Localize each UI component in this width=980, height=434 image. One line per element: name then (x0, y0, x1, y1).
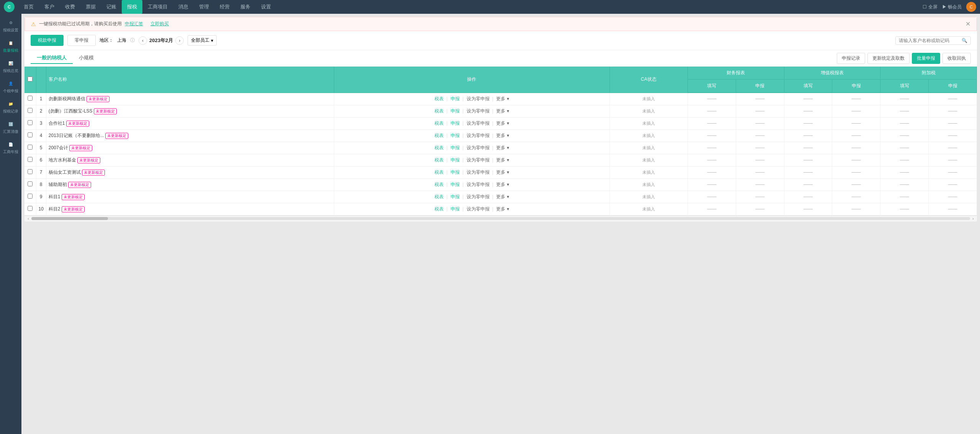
op-more[interactable]: 更多 ▾ (495, 108, 510, 114)
op-declare[interactable]: 申报 (450, 96, 461, 101)
op-set-zero[interactable]: 设为零申报 (466, 194, 490, 199)
banner-link-report[interactable]: 申报汇签 (125, 21, 143, 27)
search-icon[interactable]: 🔍 (962, 38, 967, 43)
op-set-zero[interactable]: 设为零申报 (466, 133, 490, 138)
op-declare[interactable]: 申报 (450, 194, 461, 199)
op-tax-table[interactable]: 税表 (434, 170, 444, 175)
op-tax-table[interactable]: 税表 (434, 108, 444, 114)
op-tax-table[interactable]: 税表 (434, 96, 444, 101)
op-declare[interactable]: 申报 (450, 206, 461, 212)
date-prev-btn[interactable]: ‹ (139, 36, 147, 45)
date-next-btn[interactable]: › (175, 36, 184, 45)
op-set-zero[interactable]: 设为零申报 (466, 157, 490, 163)
row-checkbox-5[interactable] (28, 145, 33, 150)
nav-home[interactable]: 首页 (18, 0, 39, 14)
nav-biz[interactable]: 工商项目 (142, 0, 173, 14)
tab-general-taxpayer[interactable]: 一般的纳税人 (31, 52, 73, 64)
info-icon: ⓘ (130, 37, 135, 44)
sidebar-item-tax-settings[interactable]: ⚙ 报税设置 (0, 15, 21, 36)
op-set-zero[interactable]: 设为零申报 (466, 145, 490, 150)
nav-service[interactable]: 服务 (235, 0, 256, 14)
op-declare[interactable]: 申报 (450, 182, 461, 187)
op-more[interactable]: 更多 ▾ (495, 206, 510, 212)
row-checkbox-10[interactable] (28, 206, 33, 211)
banner: ⚠ 一键报税功能已过试用期，请购买后使用 申报汇签 立即购买 ✕ (24, 17, 977, 31)
op-more[interactable]: 更多 ▾ (495, 96, 510, 101)
row-vat-submit: —— (832, 93, 880, 105)
sidebar-item-tax-records[interactable]: 📁 报税记录 (0, 96, 21, 117)
client-name-text: 合作社1 (49, 121, 65, 126)
op-tax-table[interactable]: 税表 (434, 194, 444, 199)
select-all-checkbox[interactable] (28, 77, 33, 82)
scroll-left-btn[interactable]: ‹ (25, 215, 31, 222)
nav-tax[interactable]: 报税 (122, 0, 142, 14)
row-checkbox-7[interactable] (28, 169, 33, 174)
banner-link-buy[interactable]: 立即购买 (150, 21, 169, 27)
op-more[interactable]: 更多 ▾ (495, 170, 510, 175)
btn-retrieve-receipt[interactable]: 收取回执 (942, 53, 971, 64)
op-declare[interactable]: 申报 (450, 133, 461, 138)
op-more[interactable]: 更多 ▾ (495, 157, 510, 163)
user-avatar[interactable]: C (966, 2, 976, 12)
search-input[interactable] (899, 38, 960, 43)
op-more[interactable]: 更多 ▾ (495, 182, 510, 187)
tab-zero-declare[interactable]: 零申报 (67, 35, 96, 46)
btn-batch-declare[interactable]: 批量申报 (912, 53, 940, 64)
tab-tax-declare[interactable]: 税款申报 (31, 35, 64, 46)
nav-manage[interactable]: 管理 (194, 0, 214, 14)
op-set-zero[interactable]: 设为零申报 (466, 170, 490, 175)
btn-declare-records[interactable]: 申报记录 (837, 53, 865, 64)
op-tax-table[interactable]: 税表 (434, 145, 444, 150)
nav-billing[interactable]: 收费 (60, 0, 80, 14)
sidebar-item-tax-overview[interactable]: 📊 报税总览 (0, 56, 21, 76)
nav-ops[interactable]: 经营 (214, 0, 235, 14)
row-checkbox-6[interactable] (28, 157, 33, 162)
nav-client[interactable]: 客户 (39, 0, 60, 14)
nav-items: 首页 客户 收费 票据 记账 报税 工商项目 消息 管理 经营 服务 设置 (18, 0, 923, 14)
staff-select[interactable]: 全部员工 ▾ (188, 35, 217, 46)
op-more[interactable]: 更多 ▾ (495, 121, 510, 126)
op-declare[interactable]: 申报 (450, 157, 461, 163)
op-declare[interactable]: 申报 (450, 121, 461, 126)
banner-close-btn[interactable]: ✕ (965, 20, 970, 28)
unset-tag: 未更新核定 (66, 121, 89, 127)
sidebar-item-personal-tax[interactable]: 👤 个税申报 (0, 76, 21, 96)
op-declare[interactable]: 申报 (450, 170, 461, 175)
op-set-zero[interactable]: 设为零申报 (466, 121, 490, 126)
row-checkbox-2[interactable] (28, 108, 33, 113)
op-declare[interactable]: 申报 (450, 145, 461, 150)
scroll-right-btn[interactable]: › (970, 215, 976, 222)
row-checkbox-9[interactable] (28, 194, 33, 199)
sidebar-item-business-annual[interactable]: 📄 工商年报 (0, 137, 21, 157)
op-tax-table[interactable]: 税表 (434, 133, 444, 138)
row-checkbox-1[interactable] (28, 96, 33, 101)
row-checkbox-8[interactable] (28, 181, 33, 186)
op-set-zero[interactable]: 设为零申报 (466, 96, 490, 101)
nav-msg[interactable]: 消息 (173, 0, 194, 14)
op-tax-table[interactable]: 税表 (434, 206, 444, 212)
op-more[interactable]: 更多 ▾ (495, 145, 510, 150)
op-tax-table[interactable]: 税表 (434, 157, 444, 163)
op-declare[interactable]: 申报 (450, 108, 461, 114)
nav-settings[interactable]: 设置 (256, 0, 276, 14)
tab-small-scale[interactable]: 小规模 (73, 52, 100, 64)
upgrade-btn[interactable]: ▶ 畅会员 (942, 4, 962, 10)
nav-accounting[interactable]: 记账 (101, 0, 122, 14)
op-more[interactable]: 更多 ▾ (495, 194, 510, 199)
btn-update-fetch[interactable]: 更新统定及取数 (867, 53, 910, 64)
op-set-zero[interactable]: 设为零申报 (466, 206, 490, 212)
nav-invoice[interactable]: 票据 (80, 0, 101, 14)
sidebar-item-compute-clear[interactable]: 🔢 汇算清缴 (0, 117, 21, 137)
scrollbar-thumb[interactable] (31, 217, 108, 220)
op-set-zero[interactable]: 设为零申报 (466, 182, 490, 187)
op-tax-table[interactable]: 税表 (434, 182, 444, 187)
op-set-zero[interactable]: 设为零申报 (466, 108, 490, 114)
row-checkbox-3[interactable] (28, 120, 33, 125)
row-tax-fill: —— (880, 129, 929, 142)
row-checkbox-4[interactable] (28, 132, 33, 137)
row-tax-fill: —— (880, 105, 929, 117)
fullscreen-btn[interactable]: ☐ 全屏 (923, 4, 937, 10)
op-more[interactable]: 更多 ▾ (495, 133, 510, 138)
op-tax-table[interactable]: 税表 (434, 121, 444, 126)
sidebar-item-batch-tax[interactable]: 📋 批量报税 (0, 36, 21, 56)
